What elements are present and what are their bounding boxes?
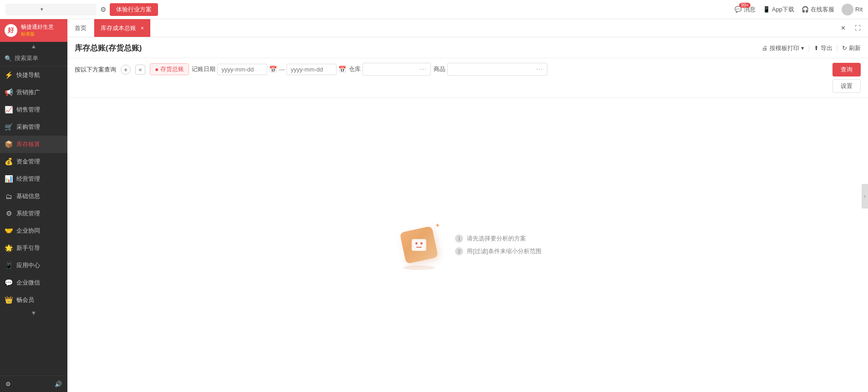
cooperation-icon: 🤝 [5,227,13,235]
topbar-app[interactable]: 📱 App下载 [763,5,794,14]
export-icon: ⬆ [814,45,819,51]
tab-expand-btn[interactable]: ⛶ [851,23,864,33]
query-btn[interactable]: 查询 [832,63,861,76]
search-label: 搜索菜单 [15,54,38,62]
system-label: 系统管理 [16,209,40,218]
quicknav-label: 快捷导航 [16,71,40,79]
box-eyes [415,242,423,244]
product-more-icon[interactable]: ··· [536,65,543,73]
empty-step-2: 2 用[过滤]条件来缩小分析范围 [455,247,541,255]
page-header: 库存总账(存货总账) 🖨 按模板打印 ▾ ⬆ 导出 ↻ 刷 [67,37,868,58]
sidebar-item-wechat[interactable]: 💬 企业微信 [0,274,67,291]
purchase-label: 采购管理 [16,123,40,131]
sidebar-item-inventory[interactable]: 📦 库存核算 [0,136,67,153]
sidebar-item-cooperation[interactable]: 🤝 企业协同 [0,222,67,239]
export-label: 导出 [821,44,832,52]
sidebar-logo: 好 畅捷通好生意 标准版 [0,19,67,42]
date-end-calendar-icon[interactable]: 📅 [338,66,346,73]
step-num-2: 2 [455,247,463,255]
sidebar-item-vip[interactable]: 👑 畅会员 [0,291,67,309]
sidebar-item-apps[interactable]: 📱 应用中心 [0,257,67,274]
purchase-icon: 🛒 [5,123,13,131]
topbar: ▾ ⚙ 体验行业方案 💬 消息 99+ 📱 App下载 🎧 在线客服 Rit [0,0,868,19]
box-body [400,226,439,264]
refresh-btn[interactable]: ↻ 刷新 [842,44,861,52]
empty-illustration: ✦ [394,220,444,270]
product-select[interactable]: ··· [447,63,547,76]
tab-inventory-cost[interactable]: 库存成本总账 × [94,19,150,37]
industry-btn[interactable]: 体验行业方案 [110,3,158,16]
filter-row: ● 存货总账 记账日期 📅 — 📅 仓库 [150,63,828,76]
topbar-nav-area[interactable]: ▾ [5,4,97,15]
filter-label: 按以下方案查询 [75,63,116,74]
topbar-left: ▾ ⚙ 体验行业方案 [5,3,731,16]
date-start-input[interactable] [217,64,267,75]
sidebar-item-quicknav[interactable]: ⚡ 快捷导航 [0,66,67,84]
logo-text-area: 畅捷通好生意 标准版 [21,24,54,37]
topbar-gear-icon[interactable]: ⚙ [100,5,106,14]
date-dash: — [279,66,285,73]
tab-home[interactable]: 首页 [67,19,94,37]
inventory-label: 库存核算 [16,140,40,148]
apps-icon: 📱 [5,261,13,270]
topbar-service[interactable]: 🎧 在线客服 [802,5,834,14]
date-start-calendar-icon[interactable]: 📅 [269,66,277,73]
tab-close-btn[interactable]: ✕ [837,23,849,33]
sidebar-search[interactable]: 🔍 搜索菜单 [0,51,67,66]
sidebar-scroll-up[interactable]: ▲ [0,42,67,51]
filter-collapse-btn[interactable]: « [135,65,145,75]
topbar-msg[interactable]: 💬 消息 99+ [735,5,756,14]
topbar-dropdown-icon[interactable]: ▾ [41,6,43,12]
app-icon: 📱 [763,6,770,13]
filter-add-btn[interactable]: + [121,65,131,75]
box-mouth [416,247,422,248]
filter-scheme-tag[interactable]: ● 存货总账 [150,63,189,75]
sidebar-scroll-down[interactable]: ▼ [0,309,67,317]
operation-icon: 📊 [5,175,13,183]
scheme-label: 存货总账 [160,65,184,73]
apps-label: 应用中心 [16,261,40,270]
settings-btn[interactable]: 设置 [832,79,861,93]
tab-right-actions: ✕ ⛶ [837,23,868,33]
tab-close-icon[interactable]: × [141,25,144,31]
tab-home-label: 首页 [75,24,87,32]
tab-inventory-cost-label: 库存成本总账 [101,24,136,32]
operation-label: 经营管理 [16,175,40,183]
print-dropdown-icon[interactable]: ▾ [801,45,804,51]
print-btn[interactable]: 🖨 按模板打印 ▾ [762,44,804,52]
marketing-label: 营销推广 [16,88,40,97]
warehouse-select[interactable]: ··· [363,63,431,76]
sidebar-item-purchase[interactable]: 🛒 采购管理 [0,118,67,136]
filter-warehouse: 仓库 ··· [349,63,431,76]
content-area: 首页 库存成本总账 × ✕ ⛶ 库存总账(存货总账) 🖨 按模板打印 ▾ [67,19,868,392]
filter-bar: 按以下方案查询 + « ● 存货总账 记账日期 📅 — [67,58,868,98]
sidebar-item-basic[interactable]: 🗂 基础信息 [0,188,67,205]
sidebar-item-operation[interactable]: 📊 经营管理 [0,170,67,188]
sidebar-item-marketing[interactable]: 📢 营销推广 [0,84,67,101]
search-icon: 🔍 [5,55,12,62]
topbar-right: 💬 消息 99+ 📱 App下载 🎧 在线客服 Rit [735,4,863,15]
topbar-user[interactable]: Rit [842,4,863,15]
sidebar-item-sales[interactable]: 📈 销售管理 [0,101,67,118]
system-icon: ⚙ [5,209,13,218]
step-1-text: 请先选择要分析的方案 [467,234,526,243]
right-collapse-btn[interactable]: › [862,184,868,209]
filter-product: 商品 ··· [434,63,547,76]
user-avatar [842,4,853,15]
main-layout: 好 畅捷通好生意 标准版 ▲ 🔍 搜索菜单 ⚡ 快捷导航 📢 营销推广 📈 销售… [0,19,868,392]
sidebar-speaker-icon[interactable]: 🔊 [55,381,62,387]
sidebar-item-guide[interactable]: 🌟 新手引导 [0,239,67,257]
vip-icon: 👑 [5,296,13,304]
warehouse-more-icon[interactable]: ··· [419,65,427,73]
sidebar-item-system[interactable]: ⚙ 系统管理 [0,205,67,222]
sales-icon: 📈 [5,106,13,114]
sidebar-item-finance[interactable]: 💰 资金管理 [0,153,67,170]
export-btn[interactable]: ⬆ 导出 [814,44,832,52]
finance-label: 资金管理 [16,158,40,166]
divider-2 [837,45,837,51]
sidebar-bottom: ⚙ 🔊 [0,376,67,392]
sidebar-settings-icon[interactable]: ⚙ [5,381,11,387]
date-end-input[interactable] [286,64,337,75]
vip-label: 畅会员 [16,296,34,304]
print-label: 按模板打印 [770,44,799,52]
